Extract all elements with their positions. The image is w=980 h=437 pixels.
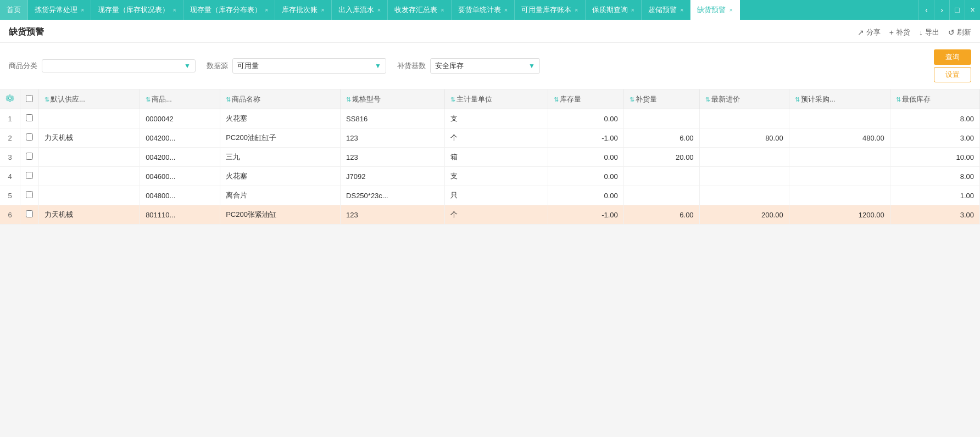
min-stock-cell-4: 1.00: [890, 186, 979, 205]
select-all-checkbox[interactable]: [26, 95, 33, 102]
row-checkbox-3[interactable]: [26, 172, 33, 179]
min-stock-cell-1: 3.00: [890, 128, 979, 148]
tab-close-batch-account[interactable]: ×: [321, 7, 324, 13]
tab-next-button[interactable]: ›: [934, 0, 949, 20]
row-num-3: 4: [0, 167, 20, 186]
stock-cell-3: 0.00: [548, 167, 623, 186]
data-table: ⇅默认供应... ⇅商品... ⇅商品名称 ⇅规格型号 ⇅主计量单位: [0, 89, 980, 225]
tab-label-inventory-status: 现存量（库存状况表）: [98, 5, 169, 15]
tab-close-available-ledger[interactable]: ×: [575, 7, 578, 13]
product-code-cell-0: 0000042: [140, 109, 220, 128]
row-checkbox-4[interactable]: [26, 191, 33, 198]
row-num-2: 3: [0, 148, 20, 167]
min-stock-cell-3: 8.00: [890, 167, 979, 186]
tab-close-shortage[interactable]: ×: [729, 7, 732, 13]
datasource-label: 数据源: [207, 61, 228, 71]
replenish-qty-cell-3: [623, 167, 699, 186]
row-checkbox-cell-4: [20, 186, 39, 205]
table-row: 2力天机械004200...PC200油缸缸子123个-1.006.0080.0…: [0, 128, 980, 148]
table-row: 5004800...离合片DS250*23c...只0.001.00: [0, 186, 980, 205]
tab-item-expiry[interactable]: 保质期查询×: [586, 0, 642, 20]
tab-item-overstock[interactable]: 超储预警×: [642, 0, 691, 20]
tab-item-inventory-status[interactable]: 现存量（库存状况表）×: [91, 0, 183, 20]
table-row: 10000042火花塞SS816支0.008.00: [0, 109, 980, 128]
query-button[interactable]: 查询: [934, 49, 971, 65]
tab-bar: 首页拣货异常处理×现存量（库存状况表）×现存量（库存分布表）×库存批次账×出入库…: [0, 0, 980, 20]
page-content: 缺货预警 ↗ 分享 + 补货 ↓ 导出 ↺ 刷新 商品分类: [0, 20, 980, 225]
th-product-name: ⇅商品名称: [220, 89, 341, 109]
latest-price-cell-5: 200.00: [699, 205, 789, 225]
replenish-base-select[interactable]: 安全库存 ▼: [430, 58, 540, 74]
tab-close-receive-summary[interactable]: ×: [441, 7, 444, 13]
replenish-base-arrow-icon: ▼: [528, 62, 535, 70]
tab-item-flow[interactable]: 出入库流水×: [332, 0, 388, 20]
tab-close-exception[interactable]: ×: [81, 7, 84, 13]
category-select[interactable]: ▼: [42, 59, 196, 72]
tab-label-batch-account: 库存批次账: [282, 5, 318, 15]
row-checkbox-0[interactable]: [26, 114, 33, 121]
spec-cell-2: 123: [341, 148, 445, 167]
export-action[interactable]: ↓ 导出: [919, 27, 939, 37]
row-checkbox-cell-1: [20, 128, 39, 148]
row-num-5: 6: [0, 205, 20, 225]
tab-item-home[interactable]: 首页: [0, 0, 28, 20]
product-name-cell-3: 火花塞: [220, 167, 341, 186]
tab-item-batch-account[interactable]: 库存批次账×: [275, 0, 331, 20]
tab-item-receive-summary[interactable]: 收发存汇总表×: [388, 0, 451, 20]
tab-label-available-ledger: 可用量库存账本: [521, 5, 571, 15]
tab-close-inventory-dist[interactable]: ×: [265, 7, 268, 13]
tab-close-button[interactable]: ×: [965, 0, 980, 20]
share-action[interactable]: ↗ 分享: [858, 27, 881, 37]
spec-cell-1: 123: [341, 128, 445, 148]
category-label: 商品分类: [9, 61, 37, 71]
table-body: 10000042火花塞SS816支0.008.002力天机械004200...P…: [0, 109, 980, 225]
default-supplier-cell-0: [39, 109, 140, 128]
replenish-action[interactable]: + 补货: [889, 27, 910, 37]
tab-close-flow[interactable]: ×: [377, 7, 381, 13]
sort-icon-replenish: ⇅: [630, 96, 634, 103]
tab-item-available-ledger[interactable]: 可用量库存账本×: [515, 0, 585, 20]
datasource-select[interactable]: 可用量 ▼: [232, 58, 386, 74]
tab-close-order-stats[interactable]: ×: [504, 7, 508, 13]
replenish-base-filter-group: 补货基数 安全库存 ▼: [397, 58, 540, 74]
stock-cell-2: 0.00: [548, 148, 623, 167]
product-code-cell-2: 004200...: [140, 148, 220, 167]
tab-nav-buttons: ‹ › □ ×: [918, 0, 980, 20]
table-header-row: ⇅默认供应... ⇅商品... ⇅商品名称 ⇅规格型号 ⇅主计量单位: [0, 89, 980, 109]
min-stock-cell-0: 8.00: [890, 109, 979, 128]
sort-icon-supplier: ⇅: [44, 96, 49, 103]
tab-close-expiry[interactable]: ×: [631, 7, 634, 13]
sort-icon-spec: ⇅: [346, 96, 351, 103]
tab-item-exception[interactable]: 拣货异常处理×: [28, 0, 91, 20]
estimated-purchase-cell-3: [789, 167, 890, 186]
refresh-label: 刷新: [957, 27, 971, 37]
refresh-icon: ↺: [948, 28, 955, 37]
datasource-arrow-icon: ▼: [375, 62, 381, 70]
table-row: 4004600...火花塞J7092支0.008.00: [0, 167, 980, 186]
tab-close-inventory-status[interactable]: ×: [172, 7, 176, 13]
sort-icon-estimated: ⇅: [795, 96, 800, 103]
sort-icon-code: ⇅: [146, 96, 151, 103]
tab-prev-button[interactable]: ‹: [918, 0, 934, 20]
unit-cell-0: 支: [444, 109, 548, 128]
category-arrow-icon: ▼: [184, 62, 191, 70]
row-checkbox-1[interactable]: [26, 133, 33, 141]
tab-item-inventory-dist[interactable]: 现存量（库存分布表）×: [183, 0, 275, 20]
settings-gear-icon[interactable]: [5, 94, 14, 103]
tab-label-overstock: 超储预警: [648, 5, 677, 15]
row-checkbox-2[interactable]: [26, 153, 33, 160]
tab-item-shortage[interactable]: 缺货预警×: [691, 0, 739, 20]
refresh-action[interactable]: ↺ 刷新: [948, 27, 971, 37]
tab-label-shortage: 缺货预警: [697, 5, 726, 15]
row-checkbox-5[interactable]: [26, 210, 33, 217]
stock-cell-0: 0.00: [548, 109, 623, 128]
tab-close-overstock[interactable]: ×: [680, 7, 683, 13]
tab-item-order-stats[interactable]: 要货单统计表×: [452, 0, 515, 20]
settings-button[interactable]: 设置: [934, 67, 971, 82]
th-product-code: ⇅商品...: [140, 89, 220, 109]
tab-restore-button[interactable]: □: [949, 0, 965, 20]
table-header: ⇅默认供应... ⇅商品... ⇅商品名称 ⇅规格型号 ⇅主计量单位: [0, 89, 980, 109]
product-name-cell-4: 离合片: [220, 186, 341, 205]
page-title: 缺货预警: [9, 26, 858, 38]
product-name-cell-1: PC200油缸缸子: [220, 128, 341, 148]
